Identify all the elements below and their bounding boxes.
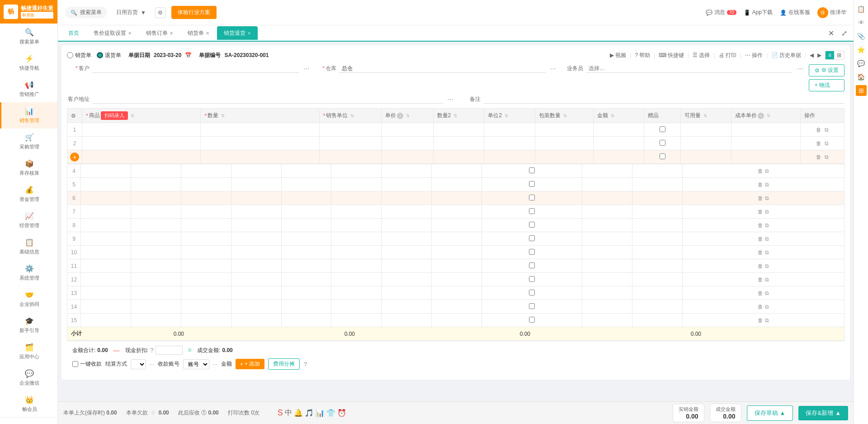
topbar-industry-selector[interactable]: 日用百货 ▼	[113, 7, 150, 18]
sidebar-item-purchase[interactable]: 🛒 采购管理	[0, 129, 57, 155]
user-info[interactable]: 徐 徐泽华	[817, 7, 846, 18]
gift-checkbox-11[interactable]	[529, 262, 535, 268]
address-picker[interactable]: ···	[448, 95, 453, 104]
sidebar-item-newbie[interactable]: 🎓 新手引导	[0, 312, 57, 338]
tab-close-sales-order[interactable]: ✕	[170, 31, 173, 36]
tab-sales-return[interactable]: 销货退货 ✕	[217, 26, 258, 40]
gift-checkbox-10[interactable]	[529, 249, 535, 255]
unit-price-cell-1[interactable]	[382, 123, 433, 137]
delete-row-2-btn[interactable]: 🗑	[816, 140, 821, 147]
sidebar-item-system[interactable]: ⚙️ 系统管理	[0, 260, 57, 286]
tab-sales-order[interactable]: 销售订单 ✕	[139, 26, 180, 40]
settlement-method-select[interactable]	[131, 359, 146, 369]
qty-input-1[interactable]	[203, 127, 316, 133]
taskbar-icon-6[interactable]: ⏰	[337, 409, 346, 417]
history-prev-btn[interactable]: ◀	[810, 52, 814, 58]
customer-picker[interactable]: ···	[303, 65, 309, 73]
action-ops[interactable]: ⋯ 操作	[745, 52, 763, 59]
action-video[interactable]: ▶ 视频	[610, 52, 626, 59]
unit2-cell-1[interactable]	[484, 123, 535, 137]
pack-qty-cell-1[interactable]	[535, 123, 594, 137]
gift-cell-1[interactable]	[644, 123, 680, 137]
available-sort-icon[interactable]: ⇅	[703, 113, 707, 118]
taskbar-icon-4[interactable]: 📊	[316, 409, 325, 417]
delete-row-11-btn[interactable]: 🗑	[758, 263, 763, 269]
grid-view-btn[interactable]: ≡	[826, 51, 834, 59]
delete-row-7-btn[interactable]: 🗑	[758, 209, 763, 215]
right-sidebar-btn-1[interactable]: 📋	[856, 4, 867, 14]
gift-checkbox-14[interactable]	[529, 303, 535, 309]
delete-row-10-btn[interactable]: 🗑	[758, 249, 763, 256]
sidebar-item-wechat[interactable]: 💬 企业微信	[0, 365, 57, 391]
delete-row-15-btn[interactable]: 🗑	[758, 317, 763, 324]
right-sidebar-btn-2[interactable]: 👁	[856, 17, 867, 28]
gift-checkbox-15[interactable]	[529, 317, 535, 323]
gift-checkbox-8[interactable]	[529, 222, 535, 228]
sidebar-item-apps[interactable]: 🗂️ 应用中心	[0, 338, 57, 365]
qty2-cell-1[interactable]	[433, 123, 484, 137]
sidebar-settings-btn[interactable]: ⚙	[22, 421, 36, 424]
delete-row-9-btn[interactable]: 🗑	[758, 236, 763, 242]
cost-price-info-icon[interactable]: i	[758, 113, 764, 119]
history-next-btn[interactable]: ▶	[817, 52, 821, 58]
right-sidebar-btn-5[interactable]: 💬	[856, 58, 867, 69]
tab-home[interactable]: 首页	[61, 26, 86, 40]
sidebar-item-basic[interactable]: 📋 基础信息	[0, 233, 57, 260]
sidebar-item-search[interactable]: 🔍 搜索菜单	[0, 24, 57, 50]
sidebar-item-operations[interactable]: 📈 经营管理	[0, 207, 57, 233]
topbar-search[interactable]: 🔍 搜索菜单	[65, 7, 107, 18]
remark-input[interactable]	[483, 95, 844, 104]
message-btn[interactable]: 💬 消息 70	[706, 9, 736, 16]
amount-cell-1[interactable]	[593, 123, 644, 137]
right-sidebar-btn-7[interactable]: ⊞	[856, 85, 867, 96]
tab-sales-delivery[interactable]: 销货单 ✕	[181, 26, 216, 40]
unit-price-sort-icon[interactable]: ⇅	[406, 113, 410, 118]
copy-row-7-btn[interactable]: ⧉	[765, 209, 769, 215]
product-sort-icon[interactable]: ⇅	[131, 113, 134, 118]
warehouse-picker[interactable]: ···	[550, 65, 556, 73]
help-icon[interactable]: ?	[303, 361, 307, 368]
add-row-btn[interactable]: +	[70, 152, 79, 162]
sales-unit-sort-icon[interactable]: ⇅	[350, 113, 354, 118]
right-sidebar-btn-6[interactable]: 🏠	[856, 71, 867, 82]
copy-active-row-btn[interactable]: ⧉	[825, 154, 829, 160]
copy-row-1-btn[interactable]: ⧉	[825, 127, 829, 133]
taskbar-icon-2[interactable]: 🔔	[294, 409, 303, 417]
address-input[interactable]	[92, 95, 443, 104]
taskbar-icon-1[interactable]: 中	[285, 408, 292, 418]
available-cell-1[interactable]	[680, 123, 731, 137]
settings-gear-btn[interactable]: ⚙	[155, 7, 166, 18]
radio-delivery[interactable]: 销货单	[67, 52, 91, 59]
calendar-icon[interactable]: 📅	[185, 52, 192, 58]
add-payment-btn[interactable]: + + 添加	[236, 359, 264, 369]
save-new-btn[interactable]: 保存&新增 ▲	[798, 406, 848, 420]
add-row-btn-cell[interactable]: +	[67, 150, 82, 164]
tab-close-sales-return[interactable]: ✕	[247, 31, 251, 36]
delete-row-12-btn[interactable]: 🗑	[758, 276, 763, 283]
question-mark-icon[interactable]: ?	[150, 347, 154, 354]
cost-price-cell-1[interactable]	[731, 123, 801, 137]
expand-btn[interactable]: ⤢	[839, 28, 850, 38]
gift-checkbox-6[interactable]	[529, 195, 535, 200]
gift-checkbox-active[interactable]	[660, 153, 665, 159]
pack-qty-sort-icon[interactable]: ⇅	[563, 113, 567, 118]
sidebar-item-quick-nav[interactable]: ⚡ 快捷导航	[0, 50, 57, 76]
staff-input[interactable]	[586, 64, 793, 73]
delete-row-8-btn[interactable]: 🗑	[758, 222, 763, 229]
split-btn[interactable]: 费用分摊	[268, 358, 300, 370]
close-tab-btn[interactable]: ✕	[826, 28, 837, 38]
copy-row-12-btn[interactable]: ⧉	[765, 276, 769, 283]
action-history[interactable]: 📄 历史单据	[771, 52, 801, 59]
action-print[interactable]: 🖨 打印	[719, 52, 736, 59]
discount-input[interactable]	[156, 346, 183, 355]
warehouse-input[interactable]	[339, 64, 546, 73]
sidebar-item-marketing[interactable]: 📢 营销推广	[0, 76, 57, 102]
delete-row-5-btn[interactable]: 🗑	[758, 181, 763, 188]
taskbar-s-icon[interactable]: S	[278, 408, 283, 418]
sidebar-item-enterprise[interactable]: 🤝 企业协同	[0, 286, 57, 312]
taskbar-icon-3[interactable]: 🎵	[305, 409, 314, 417]
app-download-btn[interactable]: 📱 App下载	[744, 9, 773, 16]
copy-row-8-btn[interactable]: ⧉	[765, 222, 769, 229]
copy-row-9-btn[interactable]: ⧉	[765, 236, 769, 242]
action-shortcut[interactable]: ⌨ 快捷键	[659, 52, 684, 59]
